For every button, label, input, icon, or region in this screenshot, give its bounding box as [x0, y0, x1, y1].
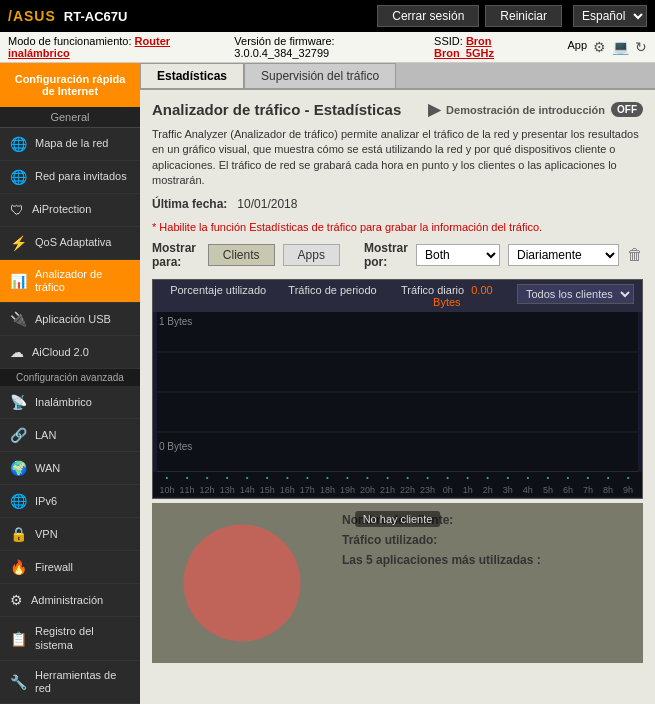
sidebar-item-lan[interactable]: 🔗 LAN — [0, 419, 140, 452]
clients-dropdown[interactable]: Todos los clientes — [517, 284, 634, 304]
sidebar-item-adaptive-qos[interactable]: ⚡ QoS Adaptativa — [0, 227, 140, 260]
chart-dot: • — [297, 473, 317, 482]
language-select[interactable]: Español — [573, 5, 647, 27]
chart-dot: • — [458, 473, 478, 482]
sidebar-item-network-map[interactable]: 🌐 Mapa de la red — [0, 128, 140, 161]
mode-label: Modo de funcionamiento: Router inalámbri… — [8, 35, 218, 59]
show-by-select[interactable]: Both Upload Download — [416, 244, 500, 266]
sidebar: Configuración rápida de Internet General… — [0, 63, 140, 704]
sidebar-item-admin[interactable]: ⚙ Administración — [0, 584, 140, 617]
apps-button[interactable]: Apps — [283, 244, 340, 266]
chart-x-axis: 10h11h12h13h14h15h16h17h18h19h20h21h22h2… — [153, 483, 642, 497]
settings-icon[interactable]: ⚙ — [593, 39, 606, 55]
chart-dot: • — [357, 473, 377, 482]
usb-app-icon: 🔌 — [10, 311, 27, 327]
x-tick: 19h — [337, 485, 357, 495]
toggle-button[interactable]: OFF — [611, 102, 643, 117]
filter-row: Mostrar para: Clients Apps Mostrar por: … — [152, 241, 643, 269]
traffic-analyzer-icon: 📊 — [10, 273, 27, 289]
chart-header-percent: Porcentaje utilizado — [161, 284, 275, 308]
logout-button[interactable]: Cerrar sesión — [377, 5, 479, 27]
x-tick: 6h — [558, 485, 578, 495]
x-tick: 21h — [378, 485, 398, 495]
chart-header-row: Porcentaje utilizado Tráfico de periodo … — [153, 280, 642, 312]
delete-icon[interactable]: 🗑 — [627, 246, 643, 264]
sidebar-item-aiprotection[interactable]: 🛡 AiProtection — [0, 194, 140, 227]
chart-dot: • — [197, 473, 217, 482]
syslog-icon: 📋 — [10, 631, 27, 647]
chart-dot: • — [277, 473, 297, 482]
x-tick: 12h — [197, 485, 217, 495]
brand-logo: /ASUS — [8, 8, 56, 24]
chart-dot: • — [598, 473, 618, 482]
sidebar-item-ipv6[interactable]: 🌐 IPv6 — [0, 485, 140, 518]
chart-dot: • — [237, 473, 257, 482]
ipv6-icon: 🌐 — [10, 493, 27, 509]
sidebar-label-ipv6: IPv6 — [35, 495, 57, 508]
date-enable-row: Última fecha: 10/01/2018 * Habilite la f… — [152, 197, 643, 233]
quick-internet-button[interactable]: Configuración rápida de Internet — [0, 63, 140, 107]
chart-dot: • — [418, 473, 438, 482]
pie-area — [152, 503, 332, 663]
x-tick: 4h — [518, 485, 538, 495]
x-tick: 22h — [398, 485, 418, 495]
app-label: App — [567, 39, 587, 55]
ssid-5g[interactable]: Bron_5GHz — [434, 47, 494, 59]
sidebar-item-vpn[interactable]: 🔒 VPN — [0, 518, 140, 551]
x-tick: 20h — [357, 485, 377, 495]
x-tick: 2h — [478, 485, 498, 495]
sidebar-item-traffic-analyzer[interactable]: 📊 Analizador de tráfico — [0, 260, 140, 303]
x-tick: 11h — [177, 485, 197, 495]
sidebar-item-tools[interactable]: 🔧 Herramientas de red — [0, 661, 140, 704]
sidebar-item-syslog[interactable]: 📋 Registro del sistema — [0, 617, 140, 660]
content-area: Estadísticas Supervisión del tráfico Ana… — [140, 63, 655, 704]
chart-dot: • — [177, 473, 197, 482]
sidebar-label-aicloud: AiCloud 2.0 — [32, 346, 89, 359]
chart-dots-row: •••••••••••••••••••••••• — [153, 472, 642, 483]
x-tick: 18h — [317, 485, 337, 495]
sidebar-label-admin: Administración — [31, 594, 103, 607]
tab-supervision[interactable]: Supervisión del tráfico — [244, 63, 396, 88]
x-tick: 7h — [578, 485, 598, 495]
chart-dot: • — [378, 473, 398, 482]
demo-link-area: ▶ Demostración de introducción OFF — [428, 100, 643, 119]
clients-button[interactable]: Clients — [208, 244, 275, 266]
sidebar-section-advanced: Configuración avanzada — [0, 369, 140, 386]
sidebar-item-wan[interactable]: 🌍 WAN — [0, 452, 140, 485]
demo-label: Demostración de introducción — [446, 104, 605, 116]
sidebar-item-guest-network[interactable]: 🌐 Red para invitados — [0, 161, 140, 194]
info-bar-icons: App ⚙ 💻 ↻ — [567, 39, 647, 55]
traffic-used-label: Tráfico utilizado: — [342, 533, 633, 547]
admin-icon: ⚙ — [10, 592, 23, 608]
x-tick: 9h — [618, 485, 638, 495]
sidebar-item-usb-app[interactable]: 🔌 Aplicación USB — [0, 303, 140, 336]
x-tick: 15h — [257, 485, 277, 495]
client-info-panel: Nombre del cliente: Tráfico utilizado: L… — [332, 503, 643, 663]
pie-chart — [177, 518, 307, 648]
sidebar-item-firewall[interactable]: 🔥 Firewall — [0, 551, 140, 584]
chart-dot: • — [578, 473, 598, 482]
wan-icon: 🌍 — [10, 460, 27, 476]
chart-dot: • — [438, 473, 458, 482]
sidebar-label-usb-app: Aplicación USB — [35, 313, 111, 326]
reboot-button[interactable]: Reiniciar — [485, 5, 562, 27]
clients-dropdown-area: Todos los clientes — [504, 284, 634, 308]
chart-dot: • — [618, 473, 638, 482]
tab-estadisticas[interactable]: Estadísticas — [140, 63, 244, 88]
chart-dot: • — [518, 473, 538, 482]
sidebar-item-aicloud[interactable]: ☁ AiCloud 2.0 — [0, 336, 140, 369]
wireless-icon: 📡 — [10, 394, 27, 410]
refresh-icon[interactable]: ↻ — [635, 39, 647, 55]
chart-dot: • — [217, 473, 237, 482]
page-title-row: Analizador de tráfico - Estadísticas ▶ D… — [152, 100, 643, 119]
chart-dot: • — [478, 473, 498, 482]
chart-dot: • — [257, 473, 277, 482]
ssid-2g[interactable]: Bron — [466, 35, 492, 47]
sidebar-item-wireless[interactable]: 📡 Inalámbrico — [0, 386, 140, 419]
device-icon[interactable]: 💻 — [612, 39, 629, 55]
period-select[interactable]: Diariamente Semanalmente Mensualmente — [508, 244, 619, 266]
chart-container: Porcentaje utilizado Tráfico de periodo … — [152, 279, 643, 499]
no-client-label: No hay cliente — [355, 511, 441, 527]
sidebar-label-traffic-analyzer: Analizador de tráfico — [35, 268, 130, 294]
x-tick: 13h — [217, 485, 237, 495]
